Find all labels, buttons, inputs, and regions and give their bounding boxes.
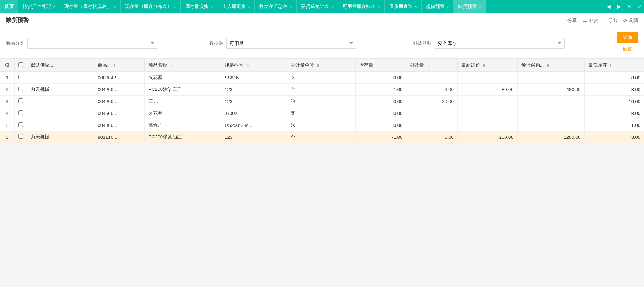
nav-tab-inventory-dist[interactable]: 现存量（库存分布表） × [121,0,181,13]
close-icon[interactable]: × [415,4,417,9]
row-product-code: 801110... [94,131,145,143]
col-default-supplier-label: 默认供应... [31,62,53,68]
share-button[interactable]: ⤴ 分享 [564,17,577,24]
sort-icon: ⇅ [483,63,486,67]
column-settings-button[interactable]: ⚙ [5,62,10,69]
row-checkbox-input[interactable] [18,75,23,79]
col-product-code[interactable]: 商品... ⇅ [94,59,145,72]
category-select[interactable] [27,38,157,49]
nav-tab-summary[interactable]: 收发存汇总表 × [255,0,296,13]
row-latest-price: 200.00 [457,131,517,143]
page-title: 缺货预警 [6,17,564,24]
table-row: 5004800...离合片DS250*23c...只0.001.00 [0,119,644,131]
row-product-code: 004200... [94,84,145,96]
row-index: 4 [0,107,14,119]
row-min-stock: 3.00 [584,131,644,143]
nav-tab-batch[interactable]: 库存批次账 × [181,0,218,13]
nav-tab-overstock[interactable]: 超储预警 × [422,0,454,13]
nav-tab-available[interactable]: 可用量库存账本 × [338,0,384,13]
row-spec: DS250*23c... [221,119,287,131]
nav-tab-order-stats[interactable]: 要货单统计表 × [297,0,338,13]
page-content: 缺货预警 ⤴ 分享 ▤ 补货 ↓ 导出 ↺ 刷新 商品分类 [0,13,644,143]
picking-label: 拣货异常处理 [23,3,51,10]
row-checkbox [14,84,27,96]
available-label: 可用量库存账本 [343,3,375,10]
row-checkbox-input[interactable] [18,134,23,139]
row-product-name: 火花塞 [145,107,221,119]
col-default-supplier[interactable]: 默认供应... ⇅ [27,59,94,72]
row-latest-price: 80.00 [457,84,517,96]
col-min-stock-label: 最低库存 [588,62,607,68]
close-icon[interactable]: × [290,4,292,9]
row-unit: 支 [287,72,355,84]
sort-icon: ⇅ [317,63,319,67]
datasource-select[interactable]: 可用量 库存量 [226,38,356,49]
nav-tab-inventory-status[interactable]: 现存量（库存状况表） × [60,0,120,13]
close-icon[interactable]: × [174,4,176,9]
row-checkbox-input[interactable] [18,87,23,91]
close-icon[interactable]: × [113,4,116,9]
row-spec: SS816 [221,72,287,84]
replenish-base-select[interactable]: 安全库存 最低库存 [435,38,565,49]
row-checkbox-input[interactable] [18,110,23,115]
settings-button[interactable]: 设置 [617,44,638,54]
col-stock[interactable]: 库存量 ⇅ [355,59,406,72]
col-min-stock[interactable]: 最低库存 ⇅ [584,59,644,72]
nav-tab-home[interactable]: 首页 [0,0,18,13]
row-product-name: PC200张紧油缸 [145,131,221,143]
close-icon[interactable]: × [378,4,380,9]
next-tab-button[interactable]: ▶ [614,0,624,13]
row-min-stock: 10.00 [584,96,644,107]
prev-tab-button[interactable]: ◀ [604,0,614,13]
col-unit[interactable]: 主计量单位 ⇅ [287,59,355,72]
col-product-name[interactable]: 商品名称 ⇅ [145,59,221,72]
export-label: 导出 [608,17,617,24]
close-icon[interactable]: × [447,4,449,9]
row-unit: 箱 [287,96,355,107]
gear-column-header: ⚙ [0,59,14,72]
row-replenish-qty [406,107,457,119]
row-stock: -1.00 [355,131,406,143]
refresh-button[interactable]: ↺ 刷新 [623,17,638,24]
replenish-base-label: 补货基数 [413,40,432,47]
sort-icon: ⇅ [547,63,549,67]
row-checkbox [14,96,27,107]
row-checkbox-input[interactable] [18,98,23,103]
col-spec[interactable]: 规格型号 ⇅ [221,59,287,72]
sort-icon: ⇅ [610,63,613,67]
col-replenish-qty[interactable]: 补货量 ⇅ [406,59,457,72]
export-button[interactable]: ↓ 导出 [604,17,617,24]
col-product-name-label: 商品名称 [148,62,167,68]
order-stats-label: 要货单统计表 [301,3,329,10]
nav-tab-expiry[interactable]: 保质期查询 × [385,0,422,13]
close-icon[interactable]: × [211,4,213,9]
row-unit: 个 [287,131,355,143]
close-window-button[interactable]: ✕ [624,0,634,13]
close-icon[interactable]: × [479,4,481,9]
nav-tab-inout[interactable]: 出入库流水 × [218,0,255,13]
refresh-label: 刷新 [629,17,638,24]
close-icon[interactable]: × [248,4,250,9]
category-label: 商品分类 [6,40,25,47]
header-actions: ⤴ 分享 ▤ 补货 ↓ 导出 ↺ 刷新 [564,17,638,24]
row-default-supplier [27,107,94,119]
col-est-purchase[interactable]: 预计采购... ⇅ [517,59,584,72]
nav-tab-shortage[interactable]: 缺货预警 × [454,0,486,13]
nav-tab-picking[interactable]: 拣货异常处理 × [18,0,60,13]
maximize-button[interactable]: ⤢ [634,0,644,13]
query-button[interactable]: 查询 [617,32,638,43]
row-est-purchase [517,72,584,84]
row-product-name: 火花塞 [145,72,221,84]
row-spec: J7092 [221,107,287,119]
col-latest-price[interactable]: 最新进价 ⇅ [457,59,517,72]
replenish-label: 补货 [589,17,598,24]
row-checkbox-input[interactable] [18,122,23,127]
row-min-stock: 8.00 [584,107,644,119]
row-index: 6 [0,131,14,143]
row-checkbox [14,107,27,119]
close-icon[interactable]: × [53,4,55,9]
table-row: 6力天机械801110...PC200张紧油缸123个-1.006.00200.… [0,131,644,143]
close-icon[interactable]: × [331,4,334,9]
replenish-button[interactable]: ▤ 补货 [583,17,598,24]
select-all-checkbox[interactable] [18,62,23,67]
